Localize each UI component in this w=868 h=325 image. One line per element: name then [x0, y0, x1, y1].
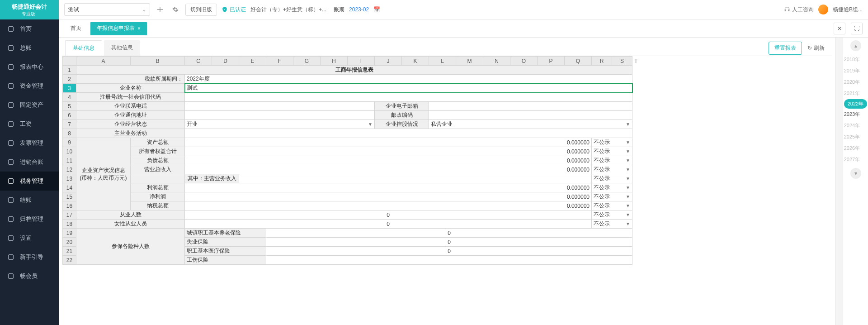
sidebar-item-10[interactable]: 归档管理: [0, 210, 59, 229]
cell-value[interactable]: 0: [266, 238, 632, 247]
cell-disclosure[interactable]: 不公示▼: [592, 192, 632, 201]
sidebar-item-1[interactable]: 总账: [0, 38, 59, 57]
org-select[interactable]: 测试 ⌄: [64, 3, 150, 16]
year-up-button[interactable]: ▴: [850, 40, 861, 51]
cell-value[interactable]: 0.000000: [185, 147, 592, 156]
row-header-5[interactable]: 5: [63, 102, 76, 111]
cell-input[interactable]: [429, 111, 632, 120]
disclosure-select[interactable]: 不公示▼: [594, 220, 630, 228]
sidebar-item-11[interactable]: 设置: [0, 229, 59, 248]
col-header-J[interactable]: J: [375, 57, 402, 66]
cell-disclosure[interactable]: 不公示▼: [592, 183, 632, 192]
avatar[interactable]: [818, 5, 828, 14]
row-header-7[interactable]: 7: [63, 120, 76, 129]
year-item-2022年[interactable]: 2022年: [844, 99, 867, 109]
cell-value[interactable]: 0: [266, 247, 632, 256]
row-header-10[interactable]: 10: [63, 147, 76, 156]
col-header-H[interactable]: H: [321, 57, 348, 66]
subtab-0[interactable]: 基础信息: [65, 40, 102, 56]
col-header-S[interactable]: S: [612, 57, 632, 66]
cell-disclosure[interactable]: 不公示▼: [592, 147, 632, 156]
year-down-button[interactable]: ▾: [850, 168, 861, 179]
row-header-2[interactable]: 2: [63, 75, 76, 84]
col-header-K[interactable]: K: [402, 57, 429, 66]
help-button[interactable]: 人工咨询: [784, 6, 814, 14]
row-header-20[interactable]: 20: [63, 238, 76, 247]
spreadsheet[interactable]: ABCDEFGHIJKLMNOPQRST 1工商年报信息表2税款所属期间：202…: [62, 56, 832, 325]
row-header-4[interactable]: 4: [63, 93, 76, 102]
row-header-3[interactable]: 3: [63, 84, 76, 93]
company-name-cell[interactable]: 测试: [185, 84, 632, 93]
col-header-F[interactable]: F: [266, 57, 293, 66]
col-header-D[interactable]: D: [212, 57, 239, 66]
cell-value[interactable]: 0.000000: [185, 138, 592, 147]
cell-input[interactable]: [429, 102, 632, 111]
cell-disclosure[interactable]: 不公示▼: [592, 220, 632, 229]
cell-input[interactable]: [185, 129, 632, 138]
disclosure-select[interactable]: 私营企业▼: [431, 120, 630, 128]
corner-cell[interactable]: [63, 57, 76, 66]
sidebar-item-2[interactable]: 报表中心: [0, 57, 59, 76]
row-header-19[interactable]: 19: [63, 229, 76, 238]
disclosure-select[interactable]: 不公示▼: [594, 193, 630, 201]
row-header-6[interactable]: 6: [63, 111, 76, 120]
row-header-1[interactable]: 1: [63, 66, 76, 75]
cell-input[interactable]: [185, 93, 632, 102]
org-settings-button[interactable]: [170, 4, 181, 15]
col-header-C[interactable]: C: [185, 57, 212, 66]
row-header-11[interactable]: 11: [63, 156, 76, 165]
cell-disclosure[interactable]: 不公示▼: [592, 165, 632, 174]
switch-old-button[interactable]: 切到旧版: [185, 4, 217, 16]
col-header-G[interactable]: G: [293, 57, 321, 66]
year-item-2018年[interactable]: 2018年: [844, 54, 867, 65]
row-header-21[interactable]: 21: [63, 247, 76, 256]
row-header-18[interactable]: 18: [63, 220, 76, 229]
tab-0[interactable]: 首页: [64, 22, 88, 35]
period-calendar-icon[interactable]: 📅: [373, 6, 380, 13]
disclosure-select[interactable]: 不公示▼: [594, 148, 630, 155]
sidebar-item-8[interactable]: 税务管理: [0, 172, 59, 191]
col-header-N[interactable]: N: [483, 57, 510, 66]
col-header-A[interactable]: A: [76, 57, 131, 66]
subtab-1[interactable]: 其他信息: [104, 40, 140, 56]
brand-logo[interactable]: 畅捷通好会计 专业版: [0, 0, 59, 19]
cell-value[interactable]: [266, 256, 632, 265]
disclosure-select[interactable]: 不公示▼: [594, 211, 630, 219]
cell-input[interactable]: [185, 102, 375, 111]
add-org-button[interactable]: [155, 4, 165, 15]
disclosure-select[interactable]: 不公示▼: [594, 157, 630, 164]
cell-value[interactable]: 0.000000: [185, 156, 592, 165]
cell-period-value[interactable]: 2022年度: [185, 75, 632, 84]
sidebar-item-13[interactable]: 畅会员: [0, 267, 59, 286]
row-header-9[interactable]: 9: [63, 138, 76, 147]
year-item-2020年[interactable]: 2020年: [844, 76, 867, 88]
col-header-O[interactable]: O: [510, 57, 538, 66]
year-item-2026年[interactable]: 2026年: [844, 143, 867, 154]
sidebar-item-6[interactable]: 发票管理: [0, 134, 59, 153]
sidebar-item-12[interactable]: 新手引导: [0, 248, 59, 267]
username[interactable]: 畅捷通B组...: [833, 6, 863, 14]
row-header-8[interactable]: 8: [63, 129, 76, 138]
disclosure-select[interactable]: 不公示▼: [594, 175, 630, 182]
col-header-R[interactable]: R: [592, 57, 612, 66]
year-item-2027年[interactable]: 2027年: [844, 154, 867, 165]
cell-value[interactable]: 0: [185, 210, 592, 220]
sidebar-item-7[interactable]: 进销台账: [0, 153, 59, 172]
cell-value[interactable]: [239, 174, 592, 183]
cell-value[interactable]: 0: [185, 220, 592, 229]
disclosure-select[interactable]: 开业▼: [187, 120, 373, 128]
fullscreen-button[interactable]: ⛶: [851, 23, 863, 34]
cell-input[interactable]: [185, 111, 375, 120]
sidebar-item-9[interactable]: 结账: [0, 191, 59, 210]
year-item-2023年[interactable]: 2023年: [844, 109, 867, 120]
cell-value[interactable]: 0.000000: [185, 201, 592, 210]
cell-disclosure[interactable]: 不公示▼: [592, 174, 632, 183]
col-header-Q[interactable]: Q: [565, 57, 592, 66]
row-header-16[interactable]: 16: [63, 201, 76, 210]
col-header-E[interactable]: E: [239, 57, 266, 66]
cell-select[interactable]: 开业▼: [185, 120, 375, 129]
reset-report-button[interactable]: 重置报表: [769, 42, 802, 55]
cell-disclosure[interactable]: 不公示▼: [592, 138, 632, 147]
cell-disclosure[interactable]: 不公示▼: [592, 201, 632, 210]
row-header-12[interactable]: 12: [63, 165, 76, 174]
